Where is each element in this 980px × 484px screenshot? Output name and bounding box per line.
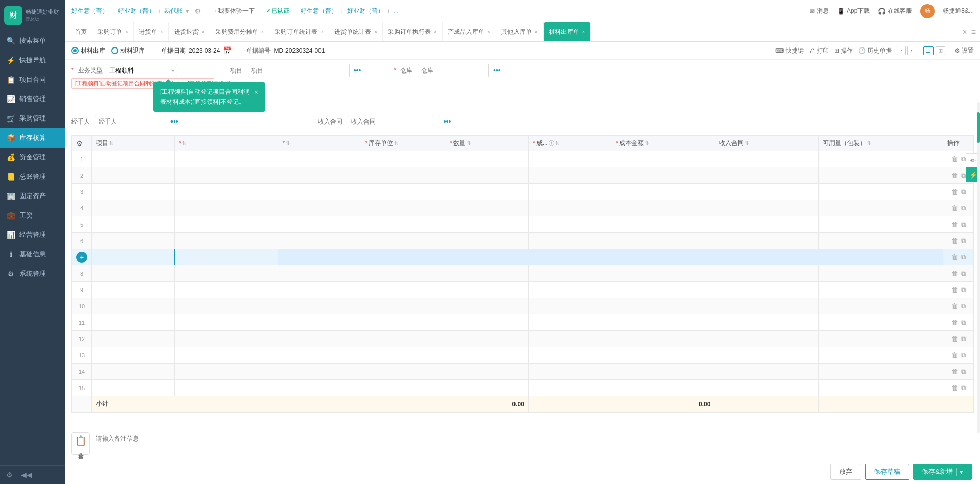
topbar-link-2[interactable]: 好业财（普） <box>118 7 155 15</box>
app-download-btn[interactable]: 📱 App下载 <box>837 7 870 15</box>
topbar-goods[interactable]: 好生意（普） <box>301 7 337 15</box>
save-draft-btn[interactable]: 保存草稿 <box>865 464 909 480</box>
tab-close-material-outbound[interactable]: × <box>582 29 585 35</box>
handler-input[interactable] <box>95 115 166 128</box>
sidebar-item-inventory[interactable]: 📦 库存核算 <box>0 128 65 148</box>
sort-icon-project[interactable]: ⇅ <box>109 140 113 146</box>
sort-icon-qty[interactable]: ⇅ <box>467 140 471 146</box>
delete-icon[interactable]: 🗑 <box>951 204 958 212</box>
tab-close-purchase[interactable]: × <box>125 29 128 35</box>
view-card[interactable]: ⊞ <box>936 46 945 55</box>
service-btn[interactable]: 🎧 在线客服 <box>878 7 912 15</box>
delete-icon[interactable]: 🗑 <box>951 335 958 343</box>
tab-purchase-order[interactable]: 采购订单 × <box>92 22 134 42</box>
settings-icon[interactable]: ⚙ <box>6 471 13 479</box>
sidebar-item-management[interactable]: 📊 经营管理 <box>0 225 65 245</box>
sidebar-item-system[interactable]: ⚙ 系统管理 <box>0 264 65 283</box>
shortcut-btn[interactable]: ⌨ 快捷键 <box>775 46 804 55</box>
tab-purchase-exec[interactable]: 采购订单执行表 × <box>383 22 443 42</box>
copy-icon[interactable]: ⧉ <box>961 172 966 180</box>
tab-close-purchase-expense[interactable]: × <box>261 29 264 35</box>
avatar[interactable]: 畅 <box>920 4 935 18</box>
project-dots[interactable]: ••• <box>354 66 361 75</box>
nav-prev[interactable]: ‹ <box>897 46 906 55</box>
tab-material-outbound[interactable]: 材料出库单 × <box>544 22 591 42</box>
delete-icon[interactable]: 🗑 <box>951 188 958 196</box>
delete-icon[interactable]: 🗑 <box>951 319 958 327</box>
sidebar-item-sales[interactable]: 📈 销售管理 <box>0 89 65 109</box>
copy-icon[interactable]: ⧉ <box>961 237 966 245</box>
delete-icon[interactable]: 🗑 <box>951 253 958 261</box>
tab-close-inbound-stats[interactable]: × <box>374 29 377 35</box>
topbar-more[interactable]: ... <box>394 8 399 15</box>
sidebar-item-nav[interactable]: ⚡ 快捷导航 <box>0 51 65 70</box>
handler-dots[interactable]: ••• <box>170 117 178 126</box>
radio-material-out[interactable]: 材料出库 <box>71 46 105 55</box>
copy-icon[interactable]: ⧉ <box>961 253 966 261</box>
remarks-input[interactable] <box>94 432 974 453</box>
nav-next[interactable]: › <box>907 46 916 55</box>
tab-home[interactable]: 首页 <box>69 22 92 42</box>
delete-icon[interactable]: 🗑 <box>951 172 958 180</box>
sort-icon-unit[interactable]: ⇅ <box>394 140 398 146</box>
tab-inbound-return[interactable]: 进货退货 × <box>169 22 210 42</box>
income-contract-dots[interactable]: ••• <box>444 117 451 126</box>
tab-finished-goods[interactable]: 产成品入库单 × <box>443 22 496 42</box>
save-new-btn[interactable]: 保存&新增 ▾ <box>913 464 972 480</box>
tab-purchase-stats[interactable]: 采购订单统计表 × <box>270 22 329 42</box>
sidebar-item-assets[interactable]: 🏢 固定资产 <box>0 186 65 206</box>
delete-icon[interactable]: 🗑 <box>951 237 958 245</box>
copy-icon[interactable]: ⧉ <box>961 155 966 163</box>
tab-close-other-inbound[interactable]: × <box>535 29 538 35</box>
delete-icon[interactable]: 🗑 <box>951 155 958 163</box>
delete-icon[interactable]: 🗑 <box>951 368 958 376</box>
copy-icon[interactable]: ⧉ <box>961 351 966 359</box>
sort-icon-available[interactable]: ⇅ <box>867 140 871 146</box>
sort-icon-spec[interactable]: ⇅ <box>286 140 290 146</box>
sidebar-item-ledger[interactable]: 📒 总账管理 <box>0 167 65 186</box>
settings-icon[interactable]: ⚙ <box>76 139 83 148</box>
delete-icon[interactable]: 🗑 <box>951 270 958 278</box>
copy-icon[interactable]: ⧉ <box>961 270 966 278</box>
tab-close-inbound-return[interactable]: × <box>202 29 205 35</box>
tab-purchase-expense[interactable]: 采购费用分摊单 × <box>210 22 270 42</box>
copy-icon[interactable]: ⧉ <box>961 221 966 229</box>
sidebar-item-salary[interactable]: 💼 工资 <box>0 206 65 225</box>
tab-menu[interactable]: ≡ <box>971 28 976 37</box>
project-input[interactable] <box>248 64 350 77</box>
tooltip-close-btn[interactable]: × <box>254 87 258 98</box>
copy-icon[interactable]: ⧉ <box>961 204 966 212</box>
income-contract-input[interactable] <box>348 115 439 128</box>
delete-icon[interactable]: 🗑 <box>951 286 958 294</box>
sidebar-item-search[interactable]: 🔍 搜索菜单 <box>0 31 65 51</box>
cost-info-icon[interactable]: ⓘ <box>549 139 554 147</box>
topbar-trial[interactable]: ○ 我要体验一下 <box>212 7 255 15</box>
settings-btn[interactable]: ⚙ 设置 <box>954 46 974 55</box>
delete-icon[interactable]: 🗑 <box>951 351 958 359</box>
save-new-dropdown-icon[interactable]: ▾ <box>956 468 963 476</box>
copy-icon[interactable]: ⧉ <box>961 368 966 376</box>
message-btn[interactable]: ✉ 消息 <box>810 7 829 15</box>
tab-inbound-stats[interactable]: 进货单统计表 × <box>329 22 383 42</box>
delete-icon[interactable]: 🗑 <box>951 221 958 229</box>
business-type-input[interactable] <box>106 64 177 77</box>
tab-close-purchase-stats[interactable]: × <box>321 29 324 35</box>
topbar-link-3[interactable]: 易代账 <box>164 7 183 15</box>
add-row-btn[interactable]: + <box>76 252 87 263</box>
sidebar-item-basicinfo[interactable]: ℹ 基础信息 <box>0 245 65 264</box>
sort-icon-cost[interactable]: ⇅ <box>555 140 559 146</box>
discard-btn[interactable]: 放弃 <box>830 464 861 480</box>
sidebar-item-contract[interactable]: 📋 项目合同 <box>0 70 65 89</box>
copy-icon[interactable]: ⧉ <box>961 188 966 196</box>
tab-close-inbound[interactable]: × <box>160 29 163 35</box>
sort-icon-cost-amount[interactable]: ⇅ <box>645 140 649 146</box>
sidebar-item-purchase[interactable]: 🛒 采购管理 <box>0 109 65 128</box>
sort-icon-income[interactable]: ⇅ <box>745 140 749 146</box>
topbar-dropdown[interactable]: ▾ <box>186 7 189 15</box>
history-btn[interactable]: 🕐 历史单据 <box>858 46 892 55</box>
warehouse-input[interactable] <box>418 64 489 77</box>
radio-material-return[interactable]: 材料退库 <box>111 46 145 55</box>
print-btn[interactable]: 🖨 打印 <box>809 46 829 55</box>
tab-close-purchase-exec[interactable]: × <box>434 29 437 35</box>
delete-icon[interactable]: 🗑 <box>951 384 958 392</box>
